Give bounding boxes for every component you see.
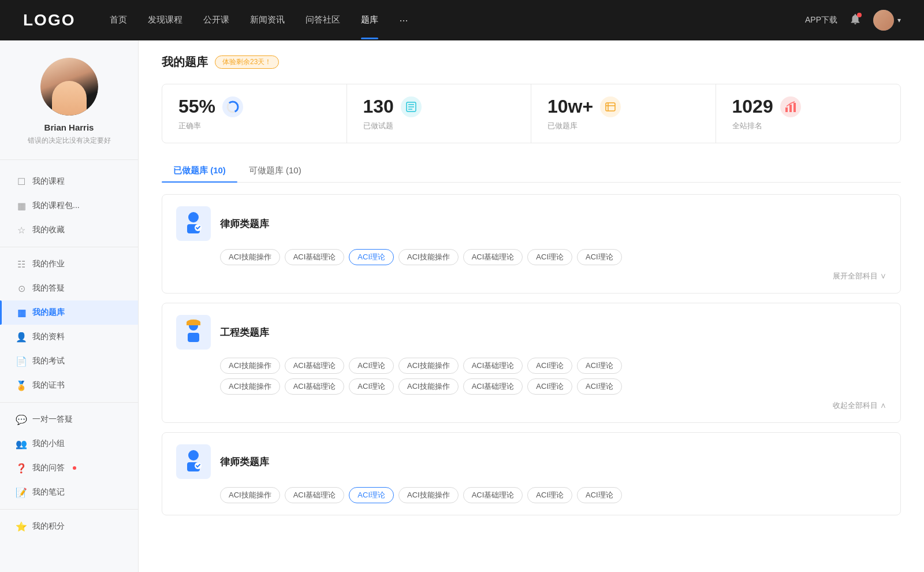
sidebar-item-my-qa[interactable]: ❓ 我的问答 — [0, 456, 138, 480]
tab-available[interactable]: 可做题库 (10) — [237, 159, 313, 182]
user-avatar — [873, 10, 894, 31]
qbank-title-lawyer-2: 律师类题库 — [220, 455, 269, 469]
sidebar-item-profile-label: 我的资料 — [32, 332, 65, 342]
sidebar-item-my-qa-label: 我的问答 — [32, 463, 65, 473]
svg-rect-11 — [793, 103, 796, 112]
tag-1-1[interactable]: ACI基础理论 — [285, 249, 345, 265]
file-icon: ☐ — [16, 176, 27, 187]
qbank-tags-2-row1: ACI技能操作 ACI基础理论 ACI理论 ACI技能操作 ACI基础理论 AC… — [176, 358, 886, 374]
chat-icon: 💬 — [16, 414, 27, 425]
lawyer-svg — [179, 209, 208, 238]
svg-rect-19 — [191, 321, 196, 322]
stat-done-questions-top: 130 — [363, 96, 515, 117]
tag-1-0[interactable]: ACI技能操作 — [220, 249, 280, 265]
sidebar-item-notes[interactable]: 📝 我的笔记 — [0, 480, 138, 504]
accuracy-icon — [222, 96, 243, 117]
expand-link-2[interactable]: 收起全部科目 ∧ — [176, 400, 886, 411]
stat-accuracy: 55% 正确率 — [162, 84, 347, 143]
qbank-title-engineer: 工程类题库 — [220, 326, 269, 339]
question-icon: ❓ — [16, 463, 27, 473]
tag-2r2-4[interactable]: ACI基础理论 — [463, 378, 523, 395]
tag-1-6[interactable]: ACI理论 — [577, 249, 622, 265]
profile-name: Brian Harris — [12, 122, 126, 132]
qbank-header-2: 工程类题库 — [176, 315, 886, 350]
sidebar-item-favorites[interactable]: ☆ 我的收藏 — [0, 218, 138, 242]
tag-3-6[interactable]: ACI理论 — [577, 487, 622, 503]
tag-2-2[interactable]: ACI理论 — [349, 358, 394, 374]
tag-2-1[interactable]: ACI基础理论 — [285, 358, 345, 374]
sidebar-item-homework[interactable]: ☷ 我的作业 — [0, 252, 138, 276]
sidebar-item-tutoring-label: 一对一答疑 — [32, 414, 73, 425]
clipboard-icon: ☷ — [16, 259, 27, 269]
sidebar-item-exam[interactable]: 📄 我的考试 — [0, 349, 138, 373]
stat-done-questions-value: 130 — [363, 96, 394, 117]
sidebar-item-qbank[interactable]: ▦ 我的题库 — [0, 300, 138, 325]
user-avatar-menu[interactable]: ▾ — [873, 10, 901, 31]
expand-link-1[interactable]: 展开全部科目 ∨ — [176, 271, 886, 281]
sidebar-item-qa-answer[interactable]: ⊙ 我的答疑 — [0, 276, 138, 300]
tag-2r2-6[interactable]: ACI理论 — [577, 378, 622, 395]
qbank-title-lawyer-1: 律师类题库 — [220, 217, 269, 231]
grid-icon: ▦ — [16, 307, 27, 318]
tag-2-0[interactable]: ACI技能操作 — [220, 358, 280, 374]
nav-discover[interactable]: 发现课程 — [148, 12, 182, 29]
tag-1-4[interactable]: ACI基础理论 — [463, 249, 523, 265]
tag-3-5[interactable]: ACI理论 — [527, 487, 572, 503]
nav-news[interactable]: 新闻资讯 — [250, 12, 285, 29]
sidebar-item-points-label: 我的积分 — [32, 521, 65, 532]
tag-1-5[interactable]: ACI理论 — [527, 249, 572, 265]
note-icon: 📝 — [16, 487, 27, 497]
tag-3-3[interactable]: ACI技能操作 — [398, 487, 459, 503]
sidebar-item-points[interactable]: ⭐ 我的积分 — [0, 514, 138, 538]
tag-3-1[interactable]: ACI基础理论 — [285, 487, 345, 503]
svg-rect-9 — [785, 107, 788, 112]
tag-2-3[interactable]: ACI技能操作 — [398, 358, 459, 374]
tag-2r2-5[interactable]: ACI理论 — [527, 378, 572, 395]
bar-chart-icon: ▦ — [16, 200, 27, 211]
tag-2r2-0[interactable]: ACI技能操作 — [220, 378, 280, 395]
nav-qbank[interactable]: 题库 — [361, 12, 378, 29]
stat-rank-label: 全站排名 — [732, 121, 885, 131]
nav-qa[interactable]: 问答社区 — [305, 12, 340, 29]
stat-accuracy-value: 55% — [178, 96, 215, 117]
tag-3-4[interactable]: ACI基础理论 — [463, 487, 523, 503]
tag-1-2[interactable]: ACI理论 — [349, 249, 394, 265]
sidebar-item-tutoring[interactable]: 💬 一对一答疑 — [0, 407, 138, 432]
tag-3-0[interactable]: ACI技能操作 — [220, 487, 280, 503]
tag-2r2-2[interactable]: ACI理论 — [349, 378, 394, 395]
qbank-avatar-engineer — [176, 315, 211, 350]
tag-2-5[interactable]: ACI理论 — [527, 358, 572, 374]
qbank-tags-1: ACI技能操作 ACI基础理论 ACI理论 ACI技能操作 ACI基础理论 AC… — [176, 249, 886, 265]
avatar-dropdown-arrow: ▾ — [897, 16, 901, 24]
app-download-btn[interactable]: APP下载 — [805, 15, 837, 25]
nav-home[interactable]: 首页 — [110, 12, 127, 29]
tag-2-4[interactable]: ACI基础理论 — [463, 358, 523, 374]
done-questions-icon — [401, 96, 422, 117]
done-banks-icon — [600, 96, 621, 117]
sidebar-item-course-package[interactable]: ▦ 我的课程包... — [0, 194, 138, 218]
stat-done-questions: 130 已做试题 — [347, 84, 532, 143]
sidebar-item-course[interactable]: ☐ 我的课程 — [0, 169, 138, 194]
sidebar-item-group[interactable]: 👥 我的小组 — [0, 432, 138, 456]
group-icon: 👥 — [16, 439, 27, 449]
tab-done[interactable]: 已做题库 (10) — [162, 159, 237, 182]
tag-2r2-3[interactable]: ACI技能操作 — [398, 378, 459, 395]
sidebar-item-profile[interactable]: 👤 我的资料 — [0, 325, 138, 349]
page-title: 我的题库 — [162, 54, 208, 70]
nav-more[interactable]: ··· — [399, 12, 408, 29]
sidebar-item-course-package-label: 我的课程包... — [32, 200, 80, 211]
qbank-list: 律师类题库 ACI技能操作 ACI基础理论 ACI理论 ACI技能操作 ACI基… — [162, 194, 901, 525]
tabs: 已做题库 (10) 可做题库 (10) — [162, 159, 901, 183]
sidebar-item-certificate[interactable]: 🏅 我的证书 — [0, 373, 138, 398]
svg-point-20 — [188, 450, 199, 460]
qa-notification-dot — [73, 466, 76, 470]
profile-avatar — [40, 58, 98, 116]
sidebar-profile: Brian Harris 错误的决定比没有决定要好 — [0, 58, 138, 160]
tag-2r2-1[interactable]: ACI基础理论 — [285, 378, 345, 395]
nav-open-course[interactable]: 公开课 — [203, 12, 229, 29]
logo[interactable]: LOGO — [23, 11, 75, 29]
tag-1-3[interactable]: ACI技能操作 — [398, 249, 459, 265]
tag-2-6[interactable]: ACI理论 — [577, 358, 622, 374]
notification-bell[interactable] — [849, 13, 862, 28]
tag-3-2[interactable]: ACI理论 — [349, 487, 394, 503]
